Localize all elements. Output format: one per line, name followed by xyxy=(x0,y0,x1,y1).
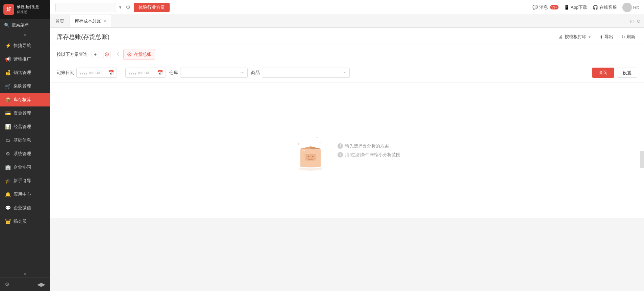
tab-inventory-ledger[interactable]: 库存成本总账 × xyxy=(70,15,111,27)
sidebar-footer: ⚙ ◀▶ xyxy=(0,277,50,291)
filter-bar: 按以下方案查询 + 《 存货总账 xyxy=(50,45,644,64)
sidebar-item-inventory[interactable]: 📦 库存核算 xyxy=(0,93,50,106)
sidebar-nav: ⚡ 快捷导航 📢 营销推广 💰 销售管理 🛒 采购管理 📦 库存核算 💳 资金管… xyxy=(0,38,50,271)
right-panel-toggle[interactable]: › xyxy=(640,151,644,168)
filter-fields: 记账日期 yyyy-mm-dd 📅 — yyyy-mm-dd 📅 仓库 xyxy=(50,64,644,83)
settings-footer-icon[interactable]: ⚙ xyxy=(5,281,9,288)
product-more-icon: ··· xyxy=(342,70,347,76)
date-field-label: 记账日期 xyxy=(57,70,74,76)
phone-icon: 📱 xyxy=(564,5,569,10)
inventory-icon: 📦 xyxy=(5,97,11,103)
sidebar-item-enterprise[interactable]: 🏢 企业协同 xyxy=(0,161,50,174)
svg-point-6 xyxy=(312,156,313,157)
svg-text:✦: ✦ xyxy=(297,142,300,146)
logo-icon: 好 xyxy=(3,4,14,15)
sidebar-item-newbie[interactable]: 🎓 新手引导 xyxy=(0,174,50,188)
industry-btn[interactable]: 体验行业方案 xyxy=(134,3,170,12)
export-btn[interactable]: ⬆ 导出 xyxy=(597,32,615,41)
empty-illustration: ✦ ✦ ✦ xyxy=(294,134,327,167)
step-2-num: 2 xyxy=(338,152,343,157)
wechat-icon: 💬 xyxy=(5,205,11,211)
page-header: 库存总账(存货总账) 🖨 按模板打印 ▼ ⬆ 导出 ↻ 刷新 xyxy=(50,28,644,45)
svg-text:✦: ✦ xyxy=(319,141,321,144)
filter-collapse-btn[interactable]: 《 xyxy=(115,51,119,57)
svg-rect-4 xyxy=(305,154,316,161)
header-right: 💬 消息 99+ 📱 App下载 🎧 在线客服 Rit xyxy=(532,3,639,12)
messages-btn[interactable]: 💬 消息 99+ xyxy=(532,4,559,10)
headset-icon: 🎧 xyxy=(593,5,598,10)
logo-text: 畅捷通好生意 xyxy=(17,4,39,9)
print-dropdown-icon[interactable]: ▼ xyxy=(588,35,591,39)
sidebar-item-system[interactable]: ⚙ 系统管理 xyxy=(0,147,50,161)
scheme-item-inventory[interactable]: 存货总账 xyxy=(123,49,155,60)
sidebar-search[interactable]: 🔍 搜索菜单 xyxy=(0,19,50,31)
empty-hint-2: 2 用[过滤]条件来缩小分析范围 xyxy=(338,150,400,159)
settings-page-btn[interactable]: 设置 xyxy=(617,68,637,78)
online-support-btn[interactable]: 🎧 在线客服 xyxy=(593,4,617,10)
purchase-icon: 🛒 xyxy=(5,83,11,89)
tab-expand-icon[interactable]: ⊡ xyxy=(630,19,634,24)
step-1-num: 1 xyxy=(338,143,343,149)
page-content: 库存总账(存货总账) 🖨 按模板打印 ▼ ⬆ 导出 ↻ 刷新 xyxy=(50,28,644,291)
warehouse-field-label: 仓库 xyxy=(169,70,178,76)
user-name: Rit xyxy=(633,5,639,10)
quick-nav-icon: ⚡ xyxy=(5,43,11,49)
collapse-icon[interactable]: ◀▶ xyxy=(37,281,45,288)
message-icon: 💬 xyxy=(532,5,538,10)
sidebar-item-wechat[interactable]: 💬 企业微信 xyxy=(0,201,50,215)
search-icon: 🔍 xyxy=(4,23,9,28)
header-left: ▼ ⚙ 体验行业方案 xyxy=(55,3,170,12)
warehouse-field-group: 仓库 ··· xyxy=(169,68,248,78)
header-search-dropdown[interactable]: ▼ xyxy=(118,5,122,10)
enterprise-icon: 🏢 xyxy=(5,164,11,170)
refresh-btn[interactable]: ↻ 刷新 xyxy=(619,32,637,41)
sidebar-item-operations[interactable]: 📊 经营管理 xyxy=(0,120,50,134)
tab-home[interactable]: 首页 xyxy=(50,15,70,27)
main-content: ▼ ⚙ 体验行业方案 💬 消息 99+ 📱 App下载 🎧 在线客服 Rit xyxy=(50,0,644,291)
date-range-group: 记账日期 yyyy-mm-dd 📅 — yyyy-mm-dd 📅 xyxy=(57,68,166,78)
tab-bar: 首页 库存成本总账 × ⊡ ↻ xyxy=(50,15,644,28)
header-search-input[interactable] xyxy=(55,3,116,12)
tab-refresh-icon[interactable]: ↻ xyxy=(637,19,641,24)
scheme-icon xyxy=(104,52,109,57)
app-download-btn[interactable]: 📱 App下载 xyxy=(564,4,587,10)
header-gear-icon[interactable]: ⚙ xyxy=(126,4,130,10)
user-area[interactable]: Rit xyxy=(622,3,639,12)
sidebar-item-capital[interactable]: 💳 资金管理 xyxy=(0,106,50,120)
calendar-end-icon: 📅 xyxy=(157,70,163,75)
member-icon: 👑 xyxy=(5,218,11,224)
warehouse-select[interactable]: ··· xyxy=(180,68,248,78)
product-field-group: 商品 ··· xyxy=(251,68,350,78)
date-end-input[interactable]: yyyy-mm-dd 📅 xyxy=(125,68,166,78)
sidebar-item-basic[interactable]: 🗂 基础信息 xyxy=(0,134,50,147)
svg-point-1 xyxy=(128,53,131,56)
sidebar-item-quick-nav[interactable]: ⚡ 快捷导航 xyxy=(0,39,50,52)
filter-scheme-btn[interactable] xyxy=(103,51,110,58)
sales-icon: 💰 xyxy=(5,70,11,76)
empty-text-list: 1 请先选择要分析的方案 2 用[过滤]条件来缩小分析范围 xyxy=(338,142,400,159)
calendar-start-icon: 📅 xyxy=(108,70,114,75)
filter-add-btn[interactable]: + xyxy=(92,51,99,58)
page-panel: 库存总账(存货总账) 🖨 按模板打印 ▼ ⬆ 导出 ↻ 刷新 xyxy=(50,28,644,218)
print-btn[interactable]: 🖨 按模板打印 ▼ xyxy=(557,32,593,41)
marketing-icon: 📢 xyxy=(5,56,11,62)
product-field-label: 商品 xyxy=(251,70,260,76)
sidebar-item-sales[interactable]: 💰 销售管理 xyxy=(0,66,50,79)
product-select[interactable]: ··· xyxy=(262,68,350,78)
tab-close-btn[interactable]: × xyxy=(104,19,106,24)
header-search-area: ▼ xyxy=(55,3,122,12)
date-start-input[interactable]: yyyy-mm-dd 📅 xyxy=(76,68,117,78)
appstore-icon: 🔔 xyxy=(5,191,11,197)
sidebar-item-appstore[interactable]: 🔔 应用中心 xyxy=(0,188,50,201)
top-header: ▼ ⚙ 体验行业方案 💬 消息 99+ 📱 App下载 🎧 在线客服 Rit xyxy=(50,0,644,15)
sidebar-scroll-down[interactable]: ▼ xyxy=(23,272,27,277)
sidebar-scroll-up[interactable]: ▲ xyxy=(23,32,27,37)
sidebar-item-marketing[interactable]: 📢 营销推广 xyxy=(0,52,50,66)
empty-state-content: ✦ ✦ ✦ 1 请先选择要分析的方案 2 用[过滤]条件来缩 xyxy=(294,134,400,167)
sidebar-item-member[interactable]: 👑 畅会员 xyxy=(0,215,50,228)
sidebar-logo: 好 畅捷通好生意 标准版 xyxy=(0,0,50,19)
svg-point-5 xyxy=(308,156,309,157)
sidebar-item-purchase[interactable]: 🛒 采购管理 xyxy=(0,79,50,93)
query-btn[interactable]: 查询 xyxy=(592,68,614,78)
svg-point-2 xyxy=(299,167,322,171)
